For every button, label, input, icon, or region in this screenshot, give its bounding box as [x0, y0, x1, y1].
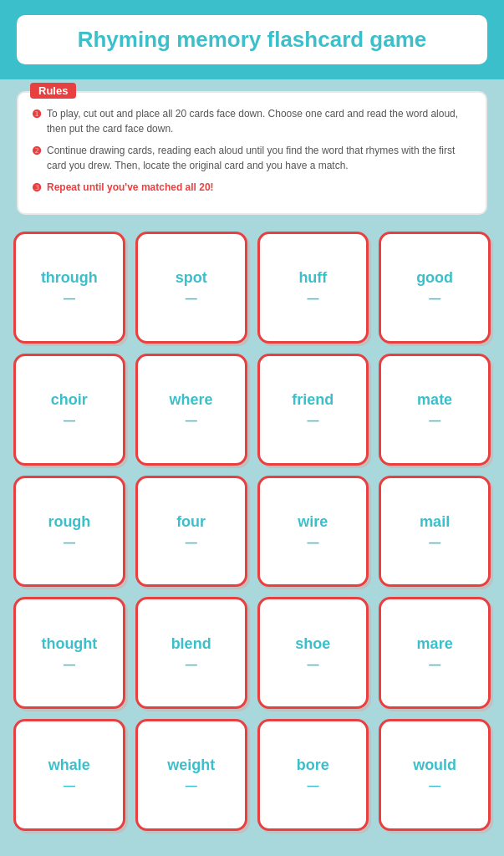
flashcard-where[interactable]: where—: [135, 354, 247, 466]
header: Rhyming memory flashcard game: [0, 0, 504, 79]
card-word-four: four: [176, 513, 206, 531]
flashcard-thought[interactable]: thought—: [13, 597, 125, 709]
rules-box: Rules ❶ To play, cut out and place all 2…: [17, 91, 487, 215]
card-word-mate: mate: [417, 391, 452, 409]
card-dash-huff: —: [307, 292, 318, 305]
flashcard-bore[interactable]: bore—: [257, 719, 369, 831]
flashcard-spot[interactable]: spot—: [135, 232, 247, 344]
card-word-shoe: shoe: [295, 635, 330, 653]
flashcard-through[interactable]: through—: [13, 232, 125, 344]
rules-section: Rules ❶ To play, cut out and place all 2…: [0, 79, 504, 220]
card-dash-bore: —: [307, 779, 318, 792]
card-word-through: through: [41, 269, 98, 287]
rule-item-1: ❶ To play, cut out and place all 20 card…: [32, 106, 472, 136]
card-word-where: where: [170, 391, 213, 409]
flashcard-mare[interactable]: mare—: [379, 597, 491, 709]
flashcard-whale[interactable]: whale—: [13, 719, 125, 831]
card-dash-mail: —: [429, 536, 440, 549]
rule-num-1: ❶: [32, 106, 42, 123]
card-dash-weight: —: [186, 779, 197, 792]
card-dash-mare: —: [429, 658, 440, 671]
card-word-whale: whale: [48, 757, 90, 774]
card-dash-where: —: [186, 414, 197, 427]
flashcard-friend[interactable]: friend—: [257, 354, 369, 466]
rule-num-3: ❸: [32, 180, 42, 196]
flashcard-four[interactable]: four—: [135, 476, 247, 588]
card-dash-spot: —: [186, 292, 197, 305]
card-word-spot: spot: [176, 269, 207, 287]
rule-num-2: ❷: [32, 143, 42, 160]
card-dash-four: —: [186, 536, 197, 549]
card-dash-rough: —: [64, 536, 75, 549]
card-dash-mate: —: [429, 414, 440, 427]
rule-item-2: ❷ Continue drawing cards, reading each a…: [32, 143, 472, 173]
card-word-friend: friend: [292, 391, 333, 409]
card-dash-choir: —: [64, 414, 75, 427]
card-dash-whale: —: [64, 779, 75, 792]
flashcard-rough[interactable]: rough—: [13, 476, 125, 588]
header-title-box: Rhyming memory flashcard game: [17, 15, 487, 64]
card-word-would: would: [413, 757, 456, 774]
flashcard-good[interactable]: good—: [379, 232, 491, 344]
card-word-good: good: [416, 269, 453, 287]
card-word-mail: mail: [420, 513, 450, 531]
card-dash-friend: —: [307, 414, 318, 427]
card-word-huff: huff: [298, 269, 327, 287]
rule-item-3: ❸ Repeat until you've matched all 20!: [32, 180, 472, 195]
card-dash-would: —: [429, 779, 440, 792]
card-word-bore: bore: [297, 757, 329, 774]
card-word-thought: thought: [41, 635, 97, 653]
card-word-rough: rough: [48, 513, 90, 531]
flashcard-mail[interactable]: mail—: [379, 476, 491, 588]
card-word-weight: weight: [167, 757, 215, 774]
card-dash-wire: —: [307, 536, 318, 549]
flashcard-wire[interactable]: wire—: [257, 476, 369, 588]
card-dash-good: —: [429, 292, 440, 305]
card-word-wire: wire: [298, 513, 328, 531]
card-word-choir: choir: [51, 391, 88, 409]
flashcard-shoe[interactable]: shoe—: [257, 597, 369, 709]
cards-grid: through—spot—huff—good—choir—where—frien…: [0, 220, 504, 843]
rules-list: ❶ To play, cut out and place all 20 card…: [32, 106, 472, 195]
card-dash-blend: —: [186, 658, 197, 671]
card-dash-through: —: [64, 292, 75, 305]
flashcard-would[interactable]: would—: [379, 719, 491, 831]
flashcard-choir[interactable]: choir—: [13, 354, 125, 466]
card-word-blend: blend: [171, 635, 211, 653]
card-dash-shoe: —: [307, 658, 318, 671]
card-dash-thought: —: [64, 658, 75, 671]
flashcard-mate[interactable]: mate—: [379, 354, 491, 466]
page-title: Rhyming memory flashcard game: [42, 27, 462, 53]
rules-label: Rules: [30, 83, 76, 99]
flashcard-blend[interactable]: blend—: [135, 597, 247, 709]
card-word-mare: mare: [417, 635, 453, 653]
flashcard-huff[interactable]: huff—: [257, 232, 369, 344]
flashcard-weight[interactable]: weight—: [135, 719, 247, 831]
